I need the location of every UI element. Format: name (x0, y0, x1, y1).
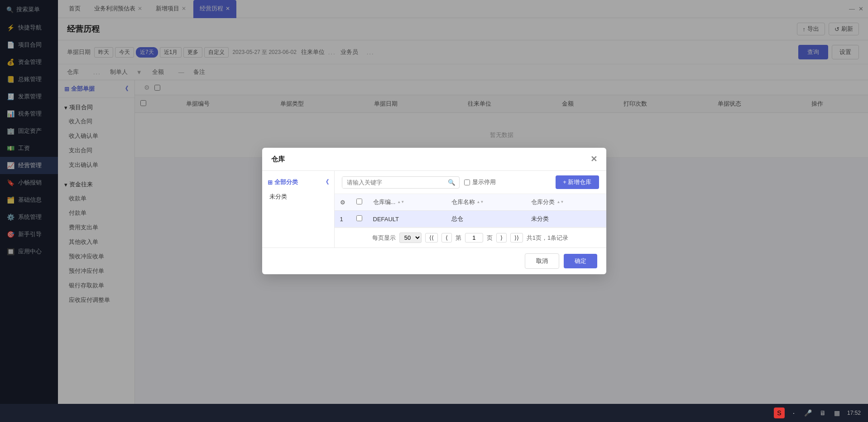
modal-page-size-label: 每页显示 (372, 234, 396, 242)
modal-total-label: 共1页，1条记录 (527, 234, 568, 242)
modal-grid-icon: ⊞ (268, 179, 273, 186)
modal-col-category-label: 仓库分类 (531, 198, 555, 206)
taskbar-icon-filter[interactable]: ▦ (832, 407, 843, 418)
modal-thead-checkbox[interactable] (356, 199, 362, 204)
modal-backdrop: 仓库 ✕ ⊞ 全部分类 《 未分类 (0, 0, 868, 422)
modal-td-category: 未分类 (526, 211, 606, 228)
modal-header: 仓库 ✕ (262, 148, 606, 171)
modal-title: 仓库 (271, 155, 285, 164)
modal-last-page[interactable]: ⟩⟩ (510, 233, 523, 243)
taskbar-icon-s[interactable]: S (774, 407, 785, 418)
modal-search-input[interactable] (342, 177, 444, 188)
modal-page-size-select[interactable]: 50 (399, 233, 422, 243)
modal-td-checkbox (351, 211, 368, 228)
modal-col-code-label: 仓库编... (373, 198, 396, 206)
modal-body: ⊞ 全部分类 《 未分类 🔍 显示停用 (262, 171, 606, 247)
modal-table: ⚙ 仓库编... ▲▼ (335, 194, 606, 228)
add-warehouse-button[interactable]: + 新增仓库 (556, 175, 599, 189)
modal-close-button[interactable]: ✕ (590, 154, 597, 164)
modal-left-item-uncategorized[interactable]: 未分类 (262, 189, 334, 204)
modal-footer-actions: 取消 确定 (262, 247, 606, 274)
modal-search-button[interactable]: 🔍 (444, 177, 459, 188)
taskbar-time: 17:52 (847, 410, 861, 416)
taskbar-icons: S · 🎤 🖥 ▦ (774, 407, 843, 418)
table-row[interactable]: 1 DEFAULT 总仓 未分类 (335, 211, 606, 228)
modal-th-category: 仓库分类 ▲▼ (526, 194, 606, 211)
modal-td-code: DEFAULT (368, 211, 446, 228)
taskbar-icon-screen[interactable]: 🖥 (817, 407, 828, 418)
modal-col-name-label: 仓库名称 (451, 198, 475, 206)
add-warehouse-label: + 新增仓库 (563, 178, 591, 186)
modal-th-code: 仓库编... ▲▼ (368, 194, 446, 211)
modal-page-input[interactable] (465, 233, 483, 243)
modal-left-header: ⊞ 全部分类 《 (262, 175, 334, 189)
sort-arrows-name: ▲▼ (477, 200, 484, 204)
show-disabled-label[interactable]: 显示停用 (464, 178, 496, 186)
modal-confirm-button[interactable]: 确定 (564, 254, 597, 268)
modal-th-settings: ⚙ (335, 194, 351, 211)
taskbar-icon-dot: · (788, 407, 799, 418)
sort-arrows-code: ▲▼ (397, 200, 404, 204)
modal-table-area: ⚙ 仓库编... ▲▼ (335, 194, 606, 228)
modal-prev-page[interactable]: ⟨ (441, 233, 452, 243)
modal-th-name: 仓库名称 ▲▼ (446, 194, 526, 211)
modal-next-page[interactable]: ⟩ (496, 233, 507, 243)
modal-td-name: 总仓 (446, 211, 526, 228)
warehouse-modal: 仓库 ✕ ⊞ 全部分类 《 未分类 (262, 148, 606, 274)
modal-cancel-button[interactable]: 取消 (525, 253, 559, 269)
sort-arrows-category: ▲▼ (556, 200, 564, 204)
modal-left-panel: ⊞ 全部分类 《 未分类 (262, 171, 335, 247)
modal-toolbar: 🔍 显示停用 + 新增仓库 (335, 171, 606, 194)
modal-first-page[interactable]: ⟨⟨ (425, 233, 438, 243)
show-disabled-checkbox[interactable] (464, 179, 470, 185)
modal-page-label: 第 (456, 234, 461, 242)
modal-td-num: 1 (335, 211, 351, 228)
modal-left-collapse[interactable]: 《 (323, 178, 329, 186)
row-checkbox[interactable] (356, 215, 362, 221)
modal-search-box: 🔍 (342, 176, 460, 189)
taskbar-icon-mic[interactable]: 🎤 (803, 407, 814, 418)
modal-page-suffix: 页 (487, 234, 493, 242)
modal-pagination-bar: 每页显示 50 ⟨⟨ ⟨ 第 页 ⟩ ⟩⟩ 共1页，1条记录 (335, 228, 606, 247)
modal-left-title: 全部分类 (274, 178, 298, 186)
show-disabled-text: 显示停用 (472, 178, 496, 186)
taskbar: S · 🎤 🖥 ▦ 17:52 (0, 404, 868, 422)
modal-right-panel: 🔍 显示停用 + 新增仓库 ⚙ (335, 171, 606, 247)
modal-th-checkbox (351, 194, 368, 211)
